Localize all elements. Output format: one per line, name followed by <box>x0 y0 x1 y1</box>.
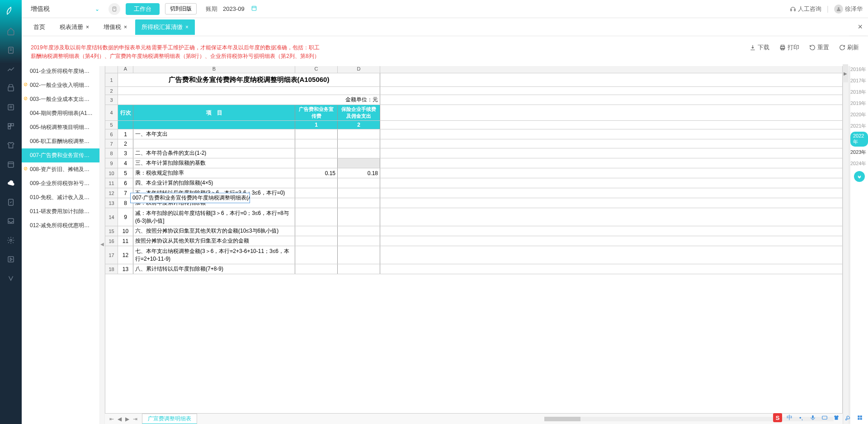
workbench-button[interactable]: 工作台 <box>126 3 160 15</box>
year-item[interactable]: 2019年 <box>850 98 868 109</box>
value-cell-d[interactable] <box>338 178 380 188</box>
item-cell[interactable] <box>133 139 295 148</box>
year-item[interactable]: 2022年 <box>850 132 868 147</box>
module-selector[interactable]: 增值税 ⌄ <box>27 3 103 15</box>
export-icon[interactable] <box>7 198 15 206</box>
circle-button[interactable] <box>108 3 120 15</box>
year-down-icon[interactable] <box>854 171 865 182</box>
value-cell-c[interactable] <box>295 264 338 274</box>
value-cell-c[interactable] <box>295 236 338 246</box>
year-item[interactable]: 2024年 <box>850 158 868 169</box>
item-cell[interactable]: 乘：税收规定扣除率 <box>133 168 295 178</box>
sheet-tab[interactable]: 广宣费调整明细表 <box>142 414 197 424</box>
doc-icon[interactable] <box>7 46 15 54</box>
value-cell-d[interactable] <box>338 198 380 208</box>
form-list-item[interactable]: ⊘003-一般企业成本支出明细... <box>22 92 99 106</box>
item-cell[interactable]: 四、本企业计算的扣除限额(4×5) <box>133 178 295 188</box>
item-cell[interactable]: 六、按照分摊协议归集至其他关联方的金额(10≤3与6孰小值) <box>133 226 295 236</box>
row-header[interactable]: 11 <box>105 178 118 188</box>
reset-button[interactable]: 重置 <box>809 43 829 52</box>
row-header[interactable]: 18 <box>105 264 118 274</box>
value-cell-c[interactable]: 0.15 <box>295 168 338 178</box>
item-cell[interactable]: 一、本年支出 <box>133 129 295 139</box>
item-cell[interactable]: 二、本年符合条件的支出(1-2) <box>133 148 295 158</box>
consult-button[interactable]: 人工咨询 <box>790 5 821 13</box>
row-header[interactable]: 6 <box>105 129 118 139</box>
row-header[interactable]: 4 <box>105 105 118 120</box>
item-cell[interactable]: 七、本年支出纳税调整金额(3＞6，本行=2+3-6+10-11；3≤6，本行=2… <box>133 246 295 264</box>
refresh-button[interactable]: 刷新 <box>839 43 859 52</box>
value-cell-d[interactable] <box>338 246 380 264</box>
year-item[interactable]: 2021年 <box>850 120 868 132</box>
list-icon[interactable] <box>7 103 15 111</box>
chart-icon[interactable] <box>7 65 15 73</box>
ime-keyboard-icon[interactable] <box>820 413 829 422</box>
tab-税表清册[interactable]: 税表清册× <box>53 19 95 35</box>
value-cell-d[interactable] <box>338 158 380 168</box>
download-button[interactable]: 下载 <box>750 43 769 52</box>
calendar-icon[interactable] <box>7 160 15 168</box>
value-cell-c[interactable] <box>295 178 338 188</box>
year-item[interactable]: 2017年 <box>850 75 868 86</box>
calendar-small-icon[interactable] <box>251 5 257 13</box>
ime-grid-icon[interactable] <box>855 413 864 422</box>
row-header[interactable]: 10 <box>105 168 118 178</box>
form-list-item[interactable]: 011-研发费用加计扣除优惠... <box>22 205 99 219</box>
form-list-item[interactable]: 001-企业所得税年度纳税申... <box>22 64 99 78</box>
tab-close-icon[interactable]: × <box>86 24 89 30</box>
form-list-item[interactable]: 006-职工薪酬纳税调整明细... <box>22 134 99 148</box>
item-cell[interactable]: 三、本年计算扣除限额的基数 <box>133 158 295 168</box>
row-header[interactable]: 9 <box>105 158 118 168</box>
form-list-item[interactable]: 010-免税、减计收入及加计... <box>22 191 99 205</box>
row-header[interactable]: 13 <box>105 198 118 208</box>
value-cell-d[interactable] <box>338 129 380 139</box>
row-header[interactable]: 1 <box>105 73 118 86</box>
ime-lang[interactable]: 中 <box>785 413 794 422</box>
year-item[interactable]: 2020年 <box>850 109 868 120</box>
inbox-icon[interactable] <box>7 217 15 225</box>
value-cell-d[interactable] <box>338 188 380 198</box>
form-list-item[interactable]: ⊘002-一般企业收入明细表(A... <box>22 78 99 92</box>
row-header[interactable]: 7 <box>105 139 118 148</box>
print-button[interactable]: 打印 <box>779 43 799 52</box>
ime-tool-icon[interactable] <box>844 413 853 422</box>
close-all-tabs[interactable]: × <box>858 22 863 32</box>
row-header[interactable]: 8 <box>105 148 118 158</box>
value-cell-c[interactable] <box>295 198 338 208</box>
ime-skin-icon[interactable] <box>832 413 841 422</box>
value-cell-c[interactable] <box>295 148 338 158</box>
form-list-item[interactable]: 012-减免所得税优惠明细表(... <box>22 219 99 233</box>
row-header[interactable]: 15 <box>105 226 118 236</box>
value-cell-c[interactable] <box>295 129 338 139</box>
collapse-handle[interactable]: ◀ <box>99 64 105 424</box>
play-icon[interactable] <box>7 255 15 263</box>
period-value[interactable]: 2023-09 <box>223 5 245 12</box>
cell-editor[interactable]: 007-广告费和业务宣传费跨年度纳税调整明细表(A105060) <box>130 193 250 203</box>
form-list-item[interactable]: 004-期间费用明细表(A1040... <box>22 106 99 120</box>
user-menu[interactable]: 徐泽华 <box>834 5 863 14</box>
item-cell[interactable]: 八、累计结转以后年度扣除额(7+8-9) <box>133 264 295 274</box>
value-cell-c[interactable] <box>295 188 338 198</box>
shirt-icon[interactable] <box>7 141 15 149</box>
row-header[interactable]: 16 <box>105 236 118 246</box>
row-header[interactable]: 5 <box>105 121 118 129</box>
ime-mic-icon[interactable] <box>808 413 817 422</box>
row-header[interactable]: 17 <box>105 246 118 264</box>
cloud-icon[interactable] <box>7 179 15 187</box>
form-list-item[interactable]: 009-企业所得税弥补亏损明... <box>22 176 99 191</box>
value-cell-d[interactable] <box>338 148 380 158</box>
expand-panel-icon[interactable]: ▶ <box>843 64 848 82</box>
tab-所得税汇算清缴[interactable]: 所得税汇算清缴× <box>135 19 195 35</box>
row-header[interactable]: 14 <box>105 208 118 226</box>
grid-icon[interactable] <box>7 122 15 130</box>
tab-首页[interactable]: 首页 <box>27 19 52 35</box>
v-icon[interactable] <box>7 274 15 282</box>
year-item[interactable]: 2018年 <box>850 86 868 98</box>
year-item[interactable]: 2023年 <box>850 147 868 158</box>
row-header[interactable]: 12 <box>105 188 118 198</box>
value-cell-c[interactable] <box>295 208 338 226</box>
switch-old-button[interactable]: 切到旧版 <box>165 3 197 14</box>
form-list-item[interactable]: 007-广告费和业务宣传费跨... <box>22 148 99 162</box>
bag-icon[interactable] <box>7 84 15 92</box>
tab-close-icon[interactable]: × <box>185 24 189 30</box>
